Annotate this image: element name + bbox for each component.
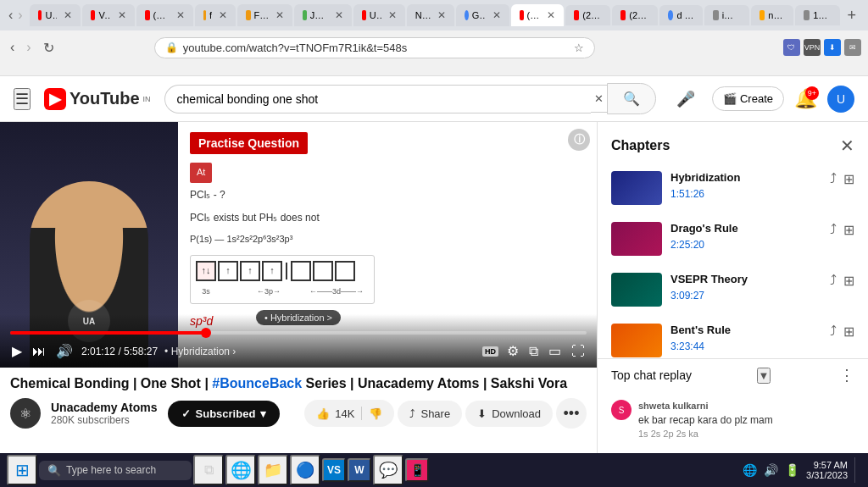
vs-icon[interactable]: VS (322, 458, 346, 482)
tab-orbi[interactable]: d orbi... (659, 5, 703, 25)
hamburger-menu[interactable]: ☰ (14, 88, 31, 110)
tab-16802[interactable]: 16802... (795, 5, 840, 25)
star-btn[interactable]: ☆ (574, 42, 584, 54)
new-tab-btn[interactable]: + (842, 7, 861, 25)
slide-formula: P(1s) — 1s²2s²2p⁶3s²3p³ (190, 231, 585, 248)
like-btn[interactable]: 👍 14K 👎 (304, 400, 394, 427)
search-input[interactable] (164, 85, 591, 113)
chapter-playlist-1[interactable]: ⊞ (843, 171, 854, 187)
play-btn[interactable]: ▶ (10, 341, 24, 361)
download-label: Download (492, 407, 541, 420)
chapter-share-3[interactable]: ⤴ (830, 273, 837, 288)
volume-btn[interactable]: 🔊 (54, 341, 75, 361)
ext-download-mgr[interactable]: ⬇ (824, 39, 841, 56)
back-btn[interactable]: ‹ (7, 8, 14, 23)
tab-28c[interactable]: (28) C... (565, 5, 610, 25)
chapter-playlist-2[interactable]: ⊞ (843, 222, 854, 238)
bounce-back-link[interactable]: #BounceBack (212, 376, 302, 390)
settings-btn[interactable]: ⚙ (505, 341, 520, 361)
tab-28ch[interactable]: (28) Ch✕ (511, 4, 564, 26)
extra-icon1[interactable]: 📱 (405, 458, 429, 482)
tab-unac1[interactable]: Unac...✕ (30, 4, 81, 26)
tab-vecto[interactable]: Vecto...✕ (82, 4, 135, 26)
chapter-item-vsepr[interactable]: VSEPR Theory 3:09:27 ⤴ ⊞ (598, 264, 868, 315)
chapter-item-bent[interactable]: Bent's Rule 3:23:44 ⤴ ⊞ (598, 315, 868, 358)
back-nav-btn[interactable]: ‹ (7, 36, 18, 58)
taskbar-search-label: Type here to search (66, 464, 156, 476)
download-btn[interactable]: ⬇ Download (465, 401, 553, 427)
taskbar-search-box[interactable]: 🔍 Type here to search (39, 461, 192, 480)
network-icon: 🌐 (743, 463, 757, 477)
chapter-share-1[interactable]: ⤴ (830, 171, 837, 186)
yt-logo[interactable]: ▶ YouTubeIN (44, 88, 151, 110)
subscribe-btn[interactable]: ✓ Subscribed ▾ (168, 401, 281, 427)
start-btn[interactable]: ⊞ (7, 455, 37, 485)
tab-back[interactable]: ‹ › (7, 8, 25, 23)
chapter-info-2: Drago's Rule 2:25:20 (670, 222, 821, 251)
address-bar[interactable]: 🔒 youtube.com/watch?v=tTNOFm7R1ik&t=548s… (154, 37, 595, 58)
channel-info: Unacademy Atoms 280K subscribers (51, 401, 158, 426)
chapter-playlist-3[interactable]: ⊞ (843, 273, 854, 289)
word-icon[interactable]: W (348, 458, 371, 482)
bell-btn[interactable]: 🔔 9+ (794, 88, 817, 110)
chat-replay-section: Top chat replay ▼ ⋮ (598, 358, 868, 395)
info-circle[interactable]: ⓘ (568, 129, 590, 151)
tab-notes[interactable]: notes... (751, 5, 794, 25)
channel-name: Unacademy Atoms (51, 401, 158, 414)
fwd-btn[interactable]: › (16, 8, 24, 23)
chapter-info-1: Hybridization 1:51:26 (670, 171, 821, 200)
lock-icon: 🔒 (165, 42, 178, 53)
search-container: ✕ 🔍 (164, 83, 656, 114)
avatar[interactable]: U (827, 86, 854, 113)
tab-image[interactable]: image... (704, 5, 749, 25)
ext-mail[interactable]: ✉ (844, 39, 861, 56)
tab-28w[interactable]: (28) W... (612, 5, 658, 25)
mic-btn[interactable]: 🎤 (676, 90, 695, 108)
miniplayer-btn[interactable]: ⧉ (527, 342, 540, 361)
tab-filost[interactable]: Filo St...✕ (237, 4, 292, 26)
progress-bar-container[interactable] (10, 331, 587, 335)
chapter-share-4[interactable]: ⤴ (830, 324, 837, 339)
chat-replay-label: Top chat replay (611, 368, 692, 382)
chapter-thumb-1 (611, 171, 662, 205)
tab-googl[interactable]: Googl...✕ (456, 4, 509, 26)
ext-vpn[interactable]: VPN (804, 39, 821, 56)
bell-badge: 9+ (805, 86, 819, 100)
ext-shield[interactable]: 🛡 (783, 39, 800, 56)
more-options-btn[interactable]: ••• (556, 398, 587, 429)
task-view-btn[interactable]: ⧉ (193, 455, 224, 485)
video-player[interactable]: UA Practise Question At PCl₅ - ? PCl₅ ex… (0, 122, 597, 368)
chrome-taskbar-icon[interactable]: 🔵 (290, 455, 320, 485)
share-btn[interactable]: ⤴ Share (398, 401, 462, 427)
search-clear-btn[interactable]: ✕ (591, 85, 607, 113)
chapter-item-hybridization[interactable]: Hybridization 1:51:26 ⤴ ⊞ (598, 163, 868, 213)
create-btn[interactable]: 🎬 Create (712, 86, 784, 111)
tab-filo[interactable]: filo✕ (195, 4, 236, 26)
search-submit-btn[interactable]: 🔍 (607, 83, 656, 114)
fullscreen-btn[interactable]: ⛶ (570, 342, 587, 361)
show-desktop-btn[interactable] (854, 457, 861, 483)
chapters-close-btn[interactable]: ✕ (840, 136, 854, 156)
tab-newtab[interactable]: New Tab✕ (407, 4, 454, 26)
tab-ec1[interactable]: (28) Ec...✕ (136, 4, 193, 26)
control-row: ▶ ⏭ 🔊 2:01:12 / 5:58:27 • Hybridization … (10, 341, 587, 361)
yt-logo-sup: IN (143, 95, 151, 103)
chapter-item-drago[interactable]: Drago's Rule 2:25:20 ⤴ ⊞ (598, 213, 868, 264)
edge-icon[interactable]: 🌐 (225, 455, 256, 485)
tab-jee[interactable]: JEE Me...✕ (294, 4, 352, 26)
chat-toggle-btn[interactable]: ▼ (757, 368, 771, 384)
refresh-btn[interactable]: ↻ (40, 36, 58, 59)
slide-line1: At PCl₅ - ? (190, 163, 585, 204)
time-display: 2:01:12 / 5:58:27 (81, 346, 158, 357)
chat-more-btn[interactable]: ⋮ (839, 366, 854, 385)
fwd-nav-btn[interactable]: › (23, 36, 34, 58)
discord-icon[interactable]: 💬 (373, 455, 403, 485)
next-btn[interactable]: ⏭ (31, 342, 47, 361)
page-body: ☰ ▶ YouTubeIN ✕ 🔍 🎤 🎬 Create 🔔 9+ U (0, 76, 868, 487)
theater-btn[interactable]: ▭ (547, 341, 563, 361)
channel-icon[interactable]: ⚛ (10, 398, 41, 429)
file-explorer-icon[interactable]: 📁 (258, 455, 288, 485)
chapter-playlist-4[interactable]: ⊞ (843, 324, 854, 340)
chapter-share-2[interactable]: ⤴ (830, 222, 837, 237)
tab-unac2[interactable]: Unac...✕ (353, 4, 405, 26)
